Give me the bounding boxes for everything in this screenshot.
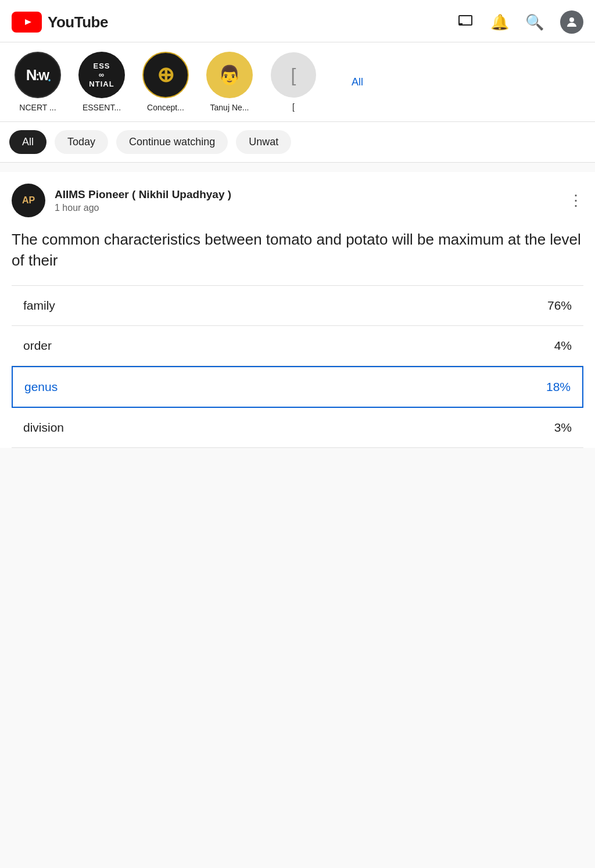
poll-option-division-text: division (23, 421, 64, 435)
bell-icon[interactable]: 🔔 (490, 13, 509, 31)
subscription-item-more[interactable]: [ [ (267, 52, 320, 112)
subscription-item-ncert[interactable]: N:W• NCERT ... (12, 52, 64, 112)
poll-option-family-pct: 76% (547, 299, 572, 313)
essent-label: ESSENT... (83, 103, 121, 112)
channel-avatar-text: AP (22, 196, 35, 205)
header-left: YouTube (12, 12, 108, 33)
poll-option-family-text: family (23, 299, 55, 313)
channel-meta: AIIMS Pioneer ( Nikhil Upadhyay ) 1 hour… (55, 188, 559, 213)
cast-icon[interactable] (458, 13, 474, 31)
poll-option-genus[interactable]: genus 18% (12, 366, 583, 408)
video-card: AP AIIMS Pioneer ( Nikhil Upadhyay ) 1 h… (0, 172, 595, 448)
tanuj-label: Tanuj Ne... (210, 103, 249, 112)
ncert-avatar: N:W• (15, 52, 61, 98)
subscription-item-essent[interactable]: ESS∞NTIAL ESSENT... (76, 52, 128, 112)
subscription-item-tanuj[interactable]: 👨 Tanuj Ne... (203, 52, 256, 112)
channel-info: AP AIIMS Pioneer ( Nikhil Upadhyay ) 1 h… (12, 184, 583, 217)
youtube-logo-icon[interactable] (12, 12, 42, 33)
poll-option-order[interactable]: order 4% (12, 326, 583, 366)
content-area: AP AIIMS Pioneer ( Nikhil Upadhyay ) 1 h… (0, 172, 595, 448)
more-label: [ (292, 102, 295, 112)
youtube-logo-text: YouTube (48, 13, 108, 31)
chip-continue-watching[interactable]: Continue watching (116, 130, 228, 154)
poll-option-division-pct: 3% (554, 421, 572, 435)
user-avatar[interactable] (560, 10, 583, 34)
tanuj-avatar: 👨 (206, 52, 253, 98)
more-subscriptions-avatar: [ (271, 52, 316, 98)
all-label[interactable]: All (346, 76, 369, 88)
subscriptions-row: N:W• NCERT ... ESS∞NTIAL ESSENT... ⊕ Con… (0, 42, 595, 122)
chip-all[interactable]: All (9, 130, 46, 154)
subscription-item-concept[interactable]: ⊕ Concept... (139, 52, 192, 112)
chip-unwatched[interactable]: Unwat (236, 130, 291, 154)
subscription-all[interactable]: All (331, 76, 383, 88)
chip-today[interactable]: Today (55, 130, 108, 154)
poll-option-genus-pct: 18% (546, 380, 571, 394)
ncert-label: NCERT ... (19, 103, 56, 112)
svg-point-3 (569, 17, 574, 22)
svg-marker-0 (25, 19, 31, 25)
poll-option-division[interactable]: division 3% (12, 408, 583, 448)
search-icon[interactable]: 🔍 (525, 13, 544, 31)
channel-avatar[interactable]: AP (12, 184, 45, 217)
channel-name: AIIMS Pioneer ( Nikhil Upadhyay ) (55, 188, 559, 201)
poll-option-family[interactable]: family 76% (12, 286, 583, 326)
poll-container: family 76% order 4% genus 18% division 3… (12, 285, 583, 448)
concept-label: Concept... (147, 103, 184, 112)
filter-chips-row: All Today Continue watching Unwat (0, 122, 595, 163)
channel-time: 1 hour ago (55, 203, 559, 213)
essent-avatar: ESS∞NTIAL (78, 52, 125, 98)
concept-avatar: ⊕ (142, 52, 189, 98)
more-options-icon[interactable]: ⋮ (568, 192, 583, 210)
header-right: 🔔 🔍 (458, 10, 583, 34)
poll-option-order-text: order (23, 339, 52, 353)
header: YouTube 🔔 🔍 (0, 0, 595, 42)
poll-option-genus-text: genus (24, 380, 58, 394)
poll-option-order-pct: 4% (554, 339, 572, 353)
video-title: The common characteristics between tomat… (12, 229, 583, 271)
